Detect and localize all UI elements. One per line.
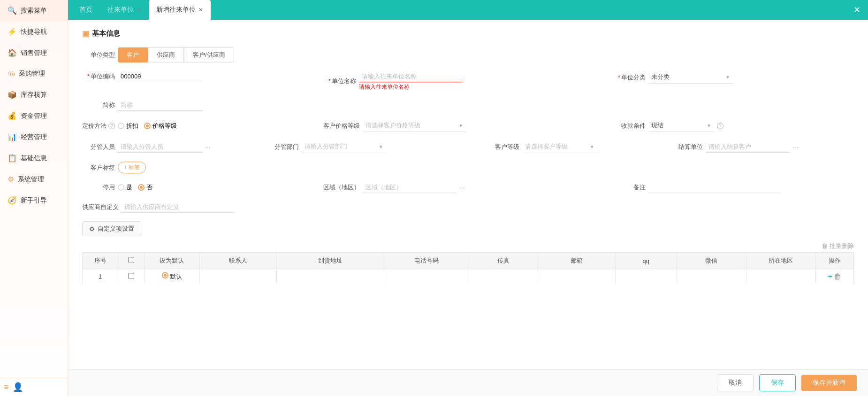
department-select[interactable]: 请输入分管部门 ▼ bbox=[302, 140, 386, 153]
settlement-unit-input[interactable] bbox=[706, 141, 790, 153]
sidebar-icon-inventory: 📦 bbox=[8, 90, 17, 99]
pricing-method-field: 定价方法 ? 折扣价格等级 bbox=[82, 122, 323, 130]
unit-code-label: *单位编码 bbox=[82, 72, 115, 81]
pricing-radio-label-0: 折扣 bbox=[126, 122, 138, 130]
payment-terms-select[interactable]: 现结 ▼ bbox=[648, 119, 714, 132]
phone-input[interactable] bbox=[405, 273, 448, 280]
unit-code-input[interactable] bbox=[118, 71, 202, 82]
unit-name-field: *单位名称 请输入往来单位名称 bbox=[323, 71, 613, 91]
manager-more-icon[interactable]: ··· bbox=[205, 143, 211, 151]
sidebar-item-purchase[interactable]: 🛍采购管理 bbox=[0, 63, 68, 84]
sidebar-expand-btn[interactable]: ≡ bbox=[4, 382, 9, 392]
add-tag-button[interactable]: + 标签 bbox=[118, 162, 146, 173]
row-phone[interactable] bbox=[384, 269, 469, 284]
tab-partners[interactable]: 往来单位✕ bbox=[100, 0, 149, 20]
del-row-icon[interactable]: 🗑 bbox=[834, 272, 841, 280]
shortname-row: 简称 bbox=[82, 100, 854, 111]
pricing-radio-0[interactable]: 折扣 bbox=[118, 122, 138, 130]
row-contact[interactable] bbox=[200, 269, 277, 284]
customer-level-placeholder: 请选择客户等级 bbox=[525, 142, 568, 151]
supplier-custom-input[interactable] bbox=[122, 202, 234, 213]
row-email[interactable] bbox=[538, 269, 615, 284]
custom-settings-label: 自定义项设置 bbox=[98, 225, 134, 233]
sidebar-label-search: 搜索菜单 bbox=[21, 7, 47, 15]
tab-close-partners[interactable]: ✕ bbox=[137, 7, 141, 13]
row-fax[interactable] bbox=[469, 269, 538, 284]
row-checkbox[interactable] bbox=[128, 273, 134, 279]
batch-delete-btn[interactable]: 🗑 批量删除 bbox=[82, 242, 854, 250]
payment-terms-value: 现结 bbox=[651, 121, 663, 130]
payment-help-icon[interactable]: ? bbox=[717, 123, 723, 129]
add-row-icon[interactable]: + bbox=[828, 272, 832, 280]
table-header-checkbox[interactable] bbox=[128, 257, 134, 263]
save-and-add-button[interactable]: 保存并新增 bbox=[801, 375, 857, 391]
row-default-radio[interactable] bbox=[162, 272, 168, 279]
custom-settings-button[interactable]: ⚙ 自定义项设置 bbox=[82, 221, 141, 236]
section-icon: ▣ bbox=[82, 29, 89, 38]
tab-home[interactable]: 首页 bbox=[72, 0, 100, 20]
manager-input[interactable] bbox=[118, 141, 202, 153]
sidebar-label-inventory: 库存核算 bbox=[21, 91, 47, 99]
save-button[interactable]: 保存 bbox=[759, 374, 796, 391]
disabled-radio-0[interactable]: 是 bbox=[118, 183, 132, 192]
customer-level-select[interactable]: 请选择客户等级 ▼ bbox=[522, 140, 597, 153]
region-more-icon[interactable]: ··· bbox=[459, 184, 465, 191]
sidebar-item-basic[interactable]: 📋基础信息 bbox=[0, 148, 68, 169]
region-input[interactable] bbox=[363, 182, 457, 193]
unit-category-select[interactable]: 未分类 ▼ bbox=[648, 71, 733, 84]
sidebar-item-sales[interactable]: 🏠销售管理 bbox=[0, 42, 68, 63]
department-field: 分管部门 请输入分管部门 ▼ bbox=[266, 140, 487, 153]
row-region[interactable] bbox=[746, 269, 815, 284]
sidebar-item-guide[interactable]: 🧭新手引导 bbox=[0, 190, 68, 211]
sidebar-item-quicknav[interactable]: ⚡快捷导航 bbox=[0, 21, 68, 42]
row-wechat[interactable] bbox=[677, 269, 746, 284]
sidebar-item-finance[interactable]: 💰资金管理 bbox=[0, 105, 68, 126]
email-input[interactable] bbox=[558, 273, 595, 280]
sidebar-icon-guide: 🧭 bbox=[8, 196, 17, 205]
short-name-input[interactable] bbox=[118, 100, 202, 111]
unit-type-btn-0[interactable]: 客户 bbox=[118, 47, 148, 62]
contact-input[interactable] bbox=[220, 273, 257, 280]
manager-row: 分管人员 ··· 分管部门 请输入分管部门 ▼ 客户等级 请选择客户等级 ▼ bbox=[82, 140, 854, 153]
pricing-radio-1[interactable]: 价格等级 bbox=[144, 122, 177, 130]
supplier-custom-label: 供应商自定义 bbox=[82, 203, 119, 211]
row-qq[interactable] bbox=[615, 269, 677, 284]
tab-new-partner[interactable]: 新增往来单位✕ bbox=[149, 0, 211, 20]
unit-type-btn-2[interactable]: 客户/供应商 bbox=[184, 47, 234, 62]
pricing-radio-group: 折扣价格等级 bbox=[118, 122, 177, 130]
tab-close-new-partner[interactable]: ✕ bbox=[198, 7, 203, 13]
row-address[interactable] bbox=[277, 269, 384, 284]
table-header-cell bbox=[118, 253, 144, 269]
remark-field: 备注 bbox=[613, 182, 854, 193]
window-close-icon[interactable]: ✕ bbox=[850, 5, 864, 15]
sidebar-item-search[interactable]: 🔍搜索菜单 bbox=[0, 0, 68, 21]
action-bar: 取消 保存 保存并新增 bbox=[68, 369, 868, 396]
region-input[interactable] bbox=[764, 273, 797, 280]
sidebar-icon-system: ⚙ bbox=[8, 175, 14, 184]
radio-circle-disabled-0 bbox=[118, 184, 124, 191]
unit-type-btn-1[interactable]: 供应商 bbox=[148, 47, 184, 62]
wechat-input[interactable] bbox=[695, 273, 728, 280]
fax-input[interactable] bbox=[487, 273, 520, 280]
table-header-cell: 设为默认 bbox=[144, 253, 200, 269]
cancel-button[interactable]: 取消 bbox=[717, 374, 754, 391]
unit-name-input[interactable] bbox=[359, 71, 462, 82]
sidebar-item-inventory[interactable]: 📦库存核算 bbox=[0, 84, 68, 105]
pricing-help-icon[interactable]: ? bbox=[108, 123, 115, 129]
settlement-unit-label: 结算单位 bbox=[670, 143, 703, 151]
settlement-more-icon[interactable]: ··· bbox=[793, 143, 799, 151]
unit-category-value: 未分类 bbox=[651, 73, 670, 81]
remark-input[interactable] bbox=[648, 182, 780, 193]
unit-name-error: 请输入往来单位名称 bbox=[359, 83, 462, 91]
row-checkbox-cell[interactable] bbox=[118, 269, 144, 284]
disabled-radio-1[interactable]: 否 bbox=[138, 183, 152, 192]
sidebar-label-sales: 销售管理 bbox=[21, 49, 47, 57]
customer-price-select[interactable]: 请选择客户价格等级 ▼ bbox=[363, 119, 466, 132]
sidebar-user-btn[interactable]: 👤 bbox=[13, 382, 23, 392]
address-input[interactable] bbox=[302, 273, 358, 280]
radio-circle-pricing-1 bbox=[144, 123, 151, 129]
sidebar-item-management[interactable]: 📊经营管理 bbox=[0, 126, 68, 148]
customer-price-field: 客户价格等级 请选择客户价格等级 ▼ bbox=[323, 119, 613, 132]
sidebar-item-system[interactable]: ⚙系统管理 bbox=[0, 169, 68, 190]
qq-input[interactable] bbox=[632, 273, 660, 280]
